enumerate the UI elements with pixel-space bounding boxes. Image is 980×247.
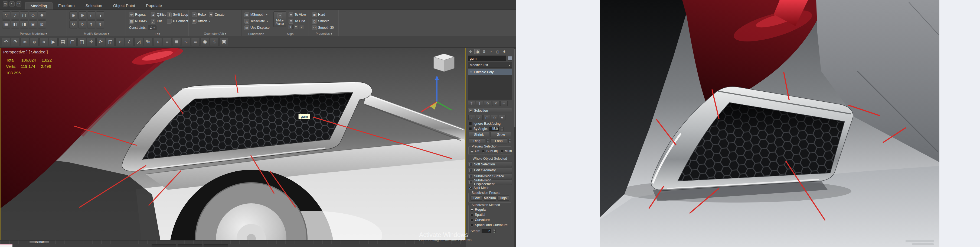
object-name-field[interactable]: gum	[468, 56, 506, 61]
rect-selection-icon[interactable]: ▢	[68, 38, 76, 47]
preset-button[interactable]: High	[497, 196, 509, 200]
stack-item-editable-poly[interactable]: ≣ Editable Poly	[468, 69, 512, 75]
select-move-icon[interactable]: ✛	[87, 38, 95, 47]
section-label[interactable]: Edit	[126, 32, 189, 35]
percent-snap-icon[interactable]: %	[144, 38, 153, 47]
hierarchy-tab-icon[interactable]: ⧉	[481, 49, 487, 54]
ribbon-button[interactable]: ◠ Smooth 30	[311, 24, 337, 31]
material-editor-icon[interactable]: ◉	[200, 38, 209, 47]
ribbon-button[interactable]: ∥ Swift Loop	[166, 11, 189, 18]
rollout-subdivision-displacement[interactable]: − Subdivision Displacement	[468, 180, 512, 185]
vertex-mode-icon[interactable]: ∵	[2, 11, 10, 19]
ribbon-tab[interactable]: Selection	[80, 2, 108, 10]
ring-button[interactable]: Ring	[469, 138, 485, 143]
time-slider-handle[interactable]: 0 / 100	[29, 241, 49, 244]
outline-selection-icon[interactable]: ↻	[69, 20, 78, 29]
ribbon-button[interactable]: ≈ Relax	[191, 11, 208, 18]
ribbon-button[interactable]: ▦ NURMS	[128, 18, 150, 24]
select-by-name-icon[interactable]: ▤	[59, 38, 67, 47]
method-radio[interactable]: Spatial and Curvature	[471, 223, 509, 227]
perspective-viewport[interactable]: Perspective ] [ Shaded ] Total 106,824 1…	[0, 48, 466, 240]
axis-button[interactable]: X	[288, 25, 293, 29]
rollout-bar[interactable]: + Soft Selection	[468, 162, 512, 167]
collapse-icon[interactable]: ▦	[2, 20, 10, 29]
ribbon-tab[interactable]: Object Paint	[108, 2, 140, 10]
coordinate-z-field[interactable]	[204, 244, 228, 247]
to-view-button[interactable]: ▭ To View	[288, 11, 307, 18]
ribbon-button[interactable]: ◪ QSlice	[150, 11, 166, 18]
axis-button[interactable]: Y	[293, 25, 298, 29]
mirror-icon[interactable]: ◑	[153, 38, 162, 47]
crossing-selection-icon[interactable]: ◫	[78, 38, 86, 47]
grid-off-icon[interactable]: ⊠	[38, 20, 46, 29]
pin-stack-icon[interactable]: ⊽	[468, 101, 475, 106]
ribbon-button[interactable]: ▦ MSmooth	[243, 11, 269, 18]
shrink-button[interactable]: Shrink	[469, 132, 489, 137]
steps-spinner[interactable]: ▴▾	[493, 229, 496, 233]
undo-icon[interactable]: ↶	[2, 38, 10, 47]
attach-button[interactable]: ⊞ Attach	[191, 18, 239, 24]
border-icon[interactable]: ▢	[484, 115, 490, 120]
grow-selection-icon[interactable]: ⊕	[69, 11, 78, 19]
to-grid-button[interactable]: ⊞ To Grid	[288, 18, 307, 24]
coordinate-y-field[interactable]	[178, 244, 202, 247]
viewcube[interactable]	[434, 54, 454, 72]
preview-radio[interactable]: Off	[471, 149, 479, 153]
unlink-icon[interactable]: ⌀	[30, 38, 39, 47]
show-end-result-icon[interactable]: ∥	[476, 101, 483, 106]
by-angle-spinner[interactable]: ▴▾	[501, 127, 504, 131]
time-slider-track[interactable]	[0, 240, 466, 244]
grow-button[interactable]: Grow	[490, 132, 511, 137]
align-icon[interactable]: ≡	[163, 38, 171, 47]
section-label[interactable]: Polygon Modeling ▾	[0, 32, 67, 35]
viewport-3d-scene[interactable]	[0, 48, 465, 240]
loop-button[interactable]: Loop	[490, 138, 507, 143]
split-mesh-checkbox[interactable]	[469, 186, 472, 189]
loop-selection-icon[interactable]: ◐	[87, 11, 95, 19]
ribbon-button[interactable]: ⟳ Repeat	[128, 11, 150, 18]
ring-selection-icon[interactable]: ◑	[96, 11, 104, 19]
object-color-swatch[interactable]	[508, 56, 512, 61]
create-tab-icon[interactable]: ✛	[468, 49, 474, 54]
ribbon-button[interactable]: △ Tessellate	[243, 18, 269, 24]
select-object-icon[interactable]: ▶	[49, 38, 58, 47]
scrollbar-thumb[interactable]	[514, 49, 515, 127]
element-icon[interactable]: ❖	[499, 115, 506, 120]
schematic-view-icon[interactable]: ⌗	[191, 38, 200, 47]
section-label[interactable]: Geometry (All) ▾	[189, 32, 241, 35]
ref-coordinate-icon[interactable]: ⌖	[115, 38, 124, 47]
by-angle-value[interactable]: 45.0	[490, 127, 499, 131]
grid-on-icon[interactable]: ⊞	[29, 20, 37, 29]
motion-tab-icon[interactable]: ◔	[488, 49, 494, 54]
modify-tab-icon[interactable]: ◎	[474, 49, 480, 54]
select-link-icon[interactable]: ∞	[21, 38, 29, 47]
ring-grow-icon[interactable]: ⇟	[96, 20, 104, 29]
select-rotate-icon[interactable]: ⟳	[96, 38, 105, 47]
section-label[interactable]: Subdivision	[242, 32, 271, 35]
ribbon-tab[interactable]: Modeling	[25, 2, 52, 10]
render-setup-icon[interactable]: ♨	[210, 38, 219, 47]
select-scale-icon[interactable]: ◲	[106, 38, 115, 47]
curve-editor-icon[interactable]: ∿	[181, 38, 190, 47]
ignore-backfacing-checkbox[interactable]	[469, 122, 472, 125]
snap-toggle-icon[interactable]: ∠	[125, 38, 134, 47]
method-radio[interactable]: Spatial	[471, 213, 509, 217]
angle-snap-icon[interactable]: ◿	[134, 38, 143, 47]
section-label[interactable]: Align	[271, 32, 309, 35]
preview-subobj-icon[interactable]: ◨	[20, 20, 28, 29]
display-tab-icon[interactable]: ▢	[495, 49, 501, 54]
by-angle-checkbox[interactable]	[469, 127, 472, 130]
shaded-faces-icon[interactable]: ◧	[11, 20, 19, 29]
section-label[interactable]: Modify Selection ▾	[67, 32, 126, 35]
ribbon-button[interactable]: ✚ Create	[208, 11, 228, 18]
vertex-icon[interactable]: ∵	[468, 115, 475, 120]
utilities-tab-icon[interactable]: ✱	[501, 49, 508, 54]
preview-radio[interactable]: Multi	[500, 149, 512, 153]
steps-value[interactable]: 2	[482, 229, 492, 233]
undo-icon[interactable]: ↶	[10, 2, 14, 6]
modifier-list-dropdown[interactable]: Modifier List	[468, 62, 512, 68]
loop-spinner[interactable]: ▴▾	[508, 139, 511, 143]
constraints-dropdown[interactable]: ∠	[148, 26, 156, 30]
ribbon-button[interactable]: ◻ Smooth	[311, 18, 337, 24]
maxscript-mini-listener-white[interactable]	[0, 245, 13, 247]
